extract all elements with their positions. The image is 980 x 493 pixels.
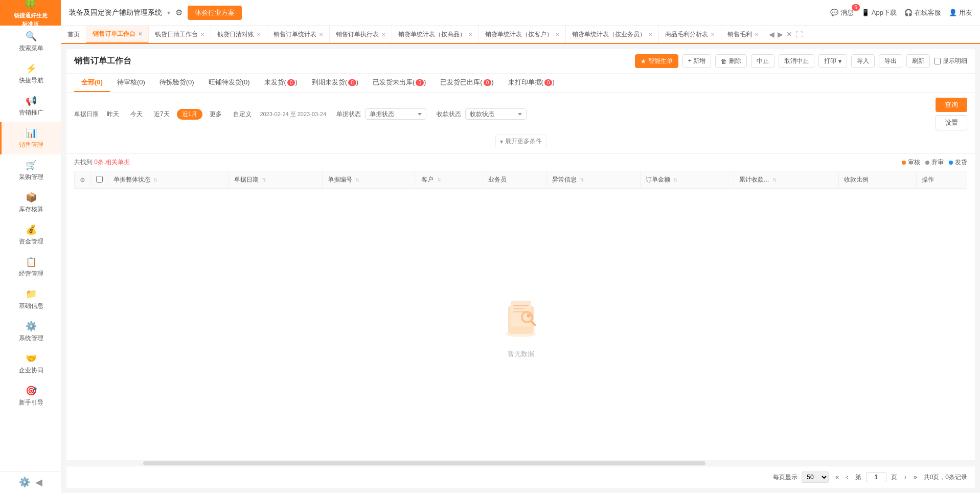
sub-tab-全部[interactable]: 全部(0) xyxy=(74,74,110,92)
sidebar-item-系统管理[interactable]: ⚙️ 系统管理 xyxy=(0,316,61,348)
date-btn-today[interactable]: 今天 xyxy=(126,109,147,120)
date-btn-more[interactable]: 更多 xyxy=(206,109,226,120)
select-all-checkbox[interactable] xyxy=(96,176,103,183)
message-btn[interactable]: 💬 6 消息 xyxy=(830,8,854,17)
tab-首页[interactable]: 首页 xyxy=(61,26,86,43)
sub-tab-到期未发货[interactable]: 到期未发货(0) xyxy=(305,74,366,92)
system-dropdown-icon[interactable]: ▾ xyxy=(167,9,170,16)
sidebar-item-资金管理[interactable]: 💰 资金管理 xyxy=(0,219,61,251)
tab-close-btn[interactable]: ✕ xyxy=(138,31,142,37)
tab-close-all-icon[interactable]: ✕ xyxy=(785,30,793,38)
per-page-select[interactable]: 10 20 50 100 xyxy=(802,472,829,483)
page-first-btn[interactable]: « xyxy=(833,473,841,482)
svg-point-8 xyxy=(527,313,531,318)
tab-钱货日清对账[interactable]: 钱货日清对账✕ xyxy=(211,26,267,43)
tab-close-btn[interactable]: ✕ xyxy=(468,32,472,37)
th-salesperson[interactable]: 业务员 xyxy=(483,171,546,189)
sidebar-item-搜索菜单[interactable]: 🔍 搜索菜单 xyxy=(0,26,61,58)
th-checkbox[interactable] xyxy=(91,171,108,189)
industry-btn[interactable]: 体验行业方案 xyxy=(188,6,242,20)
tab-销售毛利[interactable]: 销售毛利✕ xyxy=(721,26,765,43)
sub-tab-待审核[interactable]: 待审核(0) xyxy=(110,74,152,92)
settings-icon[interactable]: ⚙️ xyxy=(19,477,30,488)
show-detail-checkbox[interactable] xyxy=(934,58,941,64)
tab-销售订单统计表[interactable]: 销售订单统计表✕ xyxy=(267,26,330,43)
cancel-suspend-btn[interactable]: 取消中止 xyxy=(779,54,814,68)
tab-close-btn[interactable]: ✕ xyxy=(711,32,715,37)
tab-钱货日清工作台[interactable]: 钱货日清工作台✕ xyxy=(149,26,211,43)
print-btn[interactable]: 打印 ▾ xyxy=(818,54,847,68)
th-settings[interactable]: ⚙ xyxy=(75,171,91,189)
export-btn[interactable]: 导出 xyxy=(879,54,902,68)
tab-close-btn[interactable]: ✕ xyxy=(200,32,204,37)
sidebar-item-采购管理[interactable]: 🛒 采购管理 xyxy=(0,154,61,187)
th-number[interactable]: 单据编号 ⇅ xyxy=(323,171,416,189)
ship-action-btn[interactable]: 发货 xyxy=(949,158,967,167)
sidebar-item-销售管理[interactable]: 📊 销售管理 xyxy=(0,122,61,154)
tab-close-btn[interactable]: ✕ xyxy=(555,32,559,37)
tab-销货单统计表（按商品）[interactable]: 销货单统计表（按商品）✕ xyxy=(392,26,479,43)
tab-close-btn[interactable]: ✕ xyxy=(648,32,652,37)
sidebar-item-经营管理[interactable]: 📋 经营管理 xyxy=(0,251,61,283)
sidebar-item-营销推广[interactable]: 📢 营销推广 xyxy=(0,90,61,122)
th-collected[interactable]: 累计收款... ⇅ xyxy=(734,171,839,189)
set-btn[interactable]: 设置 xyxy=(936,115,967,130)
sidebar-item-库存核算[interactable]: 📦 库存核算 xyxy=(0,187,61,219)
sidebar-item-快捷导航[interactable]: ⚡ 快捷导航 xyxy=(0,58,61,90)
sidebar-item-企业协同[interactable]: 🤝 企业协同 xyxy=(0,348,61,380)
scrollbar-area[interactable] xyxy=(66,460,975,466)
tab-fullscreen-icon[interactable]: ⛶ xyxy=(794,30,804,38)
status-select[interactable]: 单据状态 xyxy=(365,108,426,120)
tab-next-icon[interactable]: ▶ xyxy=(777,30,784,38)
page-next-btn[interactable]: › xyxy=(902,473,909,482)
app-download-btn[interactable]: 📱 App下载 xyxy=(861,8,897,17)
payment-select[interactable]: 收款状态 xyxy=(465,108,527,120)
tab-商品毛利分析表[interactable]: 商品毛利分析表✕ xyxy=(659,26,721,43)
th-ratio[interactable]: 收款比例 xyxy=(839,171,917,189)
date-btn-yesterday[interactable]: 昨天 xyxy=(103,109,123,120)
th-date[interactable]: 单据日期 ⇅ xyxy=(229,171,322,189)
th-abnormal[interactable]: 异常信息 ⇅ xyxy=(546,171,640,189)
online-service-btn[interactable]: 🎧 在线客服 xyxy=(904,8,941,17)
audit-action-btn[interactable]: 审核 xyxy=(902,158,920,167)
collapse-icon[interactable]: ◀ xyxy=(35,477,42,488)
tab-销售订单执行表[interactable]: 销售订单执行表✕ xyxy=(330,26,392,43)
user-btn[interactable]: 👤 用友 xyxy=(949,8,972,17)
sub-tab-待拣验货[interactable]: 待拣验货(0) xyxy=(152,74,201,92)
add-btn[interactable]: + 新增 xyxy=(682,54,711,68)
tab-close-btn[interactable]: ✕ xyxy=(755,32,759,37)
date-btn-1month[interactable]: 近1月 xyxy=(177,109,203,120)
page-input[interactable] xyxy=(866,472,886,482)
tab-close-btn[interactable]: ✕ xyxy=(257,32,261,37)
tab-销货单统计表（按客户）[interactable]: 销货单统计表（按客户）✕ xyxy=(479,26,566,43)
smart-create-btn[interactable]: ★ 智能生单 xyxy=(635,54,678,68)
expand-btn[interactable]: ▾ 展开更多条件 xyxy=(495,135,546,148)
tab-close-btn[interactable]: ✕ xyxy=(319,32,323,37)
refresh-btn[interactable]: 刷新 xyxy=(906,54,930,68)
sub-tab-旺铺待发货[interactable]: 旺铺待发货(0) xyxy=(201,74,257,92)
page-last-btn[interactable]: » xyxy=(911,473,920,482)
th-customer[interactable]: 客户 ⇅ xyxy=(416,171,483,189)
th-amount[interactable]: 订单金额 ⇅ xyxy=(641,171,734,189)
query-btn[interactable]: 查询 xyxy=(936,98,967,112)
sidebar-item-基础信息[interactable]: 📁 基础信息 xyxy=(0,283,61,316)
tab-close-btn[interactable]: ✕ xyxy=(381,32,385,37)
date-btn-custom[interactable]: 自定义 xyxy=(229,109,256,120)
sub-tab-未打印单据[interactable]: 未打印单据(0) xyxy=(501,74,562,92)
tab-销售订单工作台[interactable]: 销售订单工作台✕ xyxy=(86,26,149,43)
show-detail-toggle[interactable]: 显示明细 xyxy=(934,57,967,65)
sub-tab-未发货[interactable]: 未发货(0) xyxy=(257,74,305,92)
tab-销货单统计表（按业务员）[interactable]: 销货单统计表（按业务员）✕ xyxy=(566,26,659,43)
sub-tab-已发货未出库[interactable]: 已发货未出库(0) xyxy=(366,74,433,92)
cancel-action-btn[interactable]: 弃审 xyxy=(925,158,944,167)
delete-btn[interactable]: 🗑 删除 xyxy=(715,54,747,68)
th-status[interactable]: 单据整体状态 ⇅ xyxy=(108,171,229,189)
import-btn[interactable]: 导入 xyxy=(851,54,875,68)
sidebar-item-新手引导[interactable]: 🎯 新手引导 xyxy=(0,380,61,412)
page-prev-btn[interactable]: ‹ xyxy=(844,473,851,482)
date-btn-7days[interactable]: 近7天 xyxy=(150,109,174,120)
suspend-btn[interactable]: 中止 xyxy=(751,54,774,68)
sub-tab-已发货已出库[interactable]: 已发货已出库(0) xyxy=(433,74,500,92)
tab-prev-icon[interactable]: ◀ xyxy=(768,30,776,38)
header-settings-icon[interactable]: ⚙ xyxy=(175,8,183,17)
